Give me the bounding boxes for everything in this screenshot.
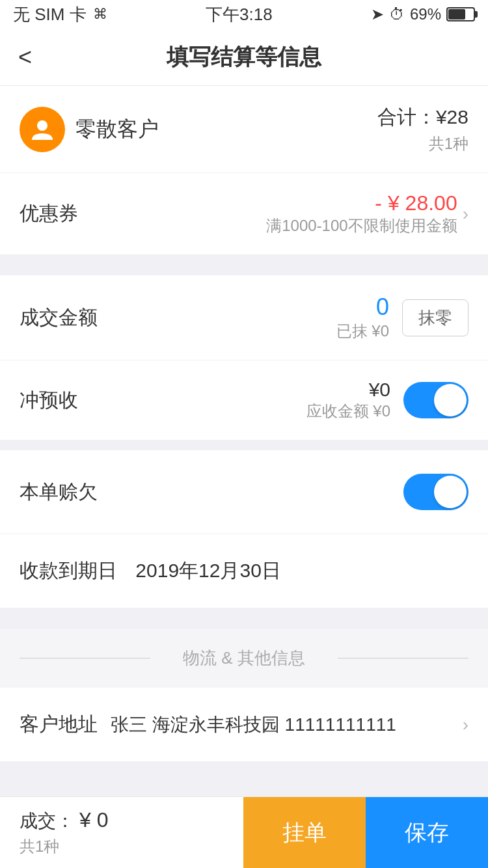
total-amount: 合计：¥28	[377, 104, 468, 131]
debit-row: 本单赊欠	[0, 450, 488, 534]
amount-section: 成交金额 0 已抹 ¥0 抹零 冲预收 ¥0 应收金额 ¥0	[0, 275, 488, 440]
save-button[interactable]: 保存	[366, 797, 488, 869]
status-left: 无 SIM 卡 ⌘	[13, 3, 107, 26]
total-count: 共1种	[377, 133, 468, 154]
round-zero-sub: 已抹 ¥0	[336, 321, 389, 342]
section-divider-1	[0, 265, 488, 275]
hang-button[interactable]: 挂单	[243, 797, 366, 869]
address-row[interactable]: 客户地址 张三 海淀永丰科技园 11111111111 ›	[0, 688, 488, 761]
section-divider-3	[0, 618, 488, 629]
prepayment-amount: ¥0	[306, 379, 390, 401]
page-title: 填写结算等信息	[167, 42, 321, 72]
location-icon: ➤	[371, 5, 384, 23]
transaction-right: 0 已抹 ¥0 抹零	[336, 293, 468, 342]
due-date-label: 收款到期日	[20, 560, 117, 581]
logistics-label: 物流 & 其他信息	[0, 647, 488, 670]
amount-sub: 0 已抹 ¥0	[336, 293, 389, 342]
status-time: 下午3:18	[206, 3, 273, 26]
prepayment-sub: ¥0 应收金额 ¥0	[306, 379, 390, 422]
avatar	[20, 107, 65, 152]
transaction-label: 成交金额	[20, 305, 98, 331]
carrier-label: 无 SIM 卡	[13, 3, 87, 26]
bottom-deal-row: 成交： ¥ 0	[20, 808, 243, 834]
bottom-bar: 成交： ¥ 0 共1种 挂单 保存	[0, 796, 488, 868]
coupon-label: 优惠券	[20, 200, 78, 227]
status-right: ➤ ⏱ 69%	[371, 5, 475, 23]
nav-bar: < 填写结算等信息	[0, 29, 488, 86]
back-button[interactable]: <	[18, 44, 32, 71]
address-chevron-icon: ›	[463, 714, 468, 735]
deal-label: 成交：	[20, 809, 74, 834]
bottom-deal-info: 成交： ¥ 0 共1种	[0, 808, 243, 857]
address-label: 客户地址	[20, 711, 98, 738]
battery-icon	[446, 7, 475, 21]
toggle-knob	[434, 384, 467, 416]
chevron-right-icon: ›	[463, 204, 468, 224]
address-section: 客户地址 张三 海淀永丰科技园 11111111111 ›	[0, 688, 488, 761]
status-bar: 无 SIM 卡 ⌘ 下午3:18 ➤ ⏱ 69%	[0, 0, 488, 29]
customer-total: 合计：¥28 共1种	[377, 104, 468, 154]
round-zero-button[interactable]: 抹零	[402, 299, 468, 336]
coupon-row[interactable]: 优惠券 - ¥ 28.00 满1000-100不限制使用金额 ›	[0, 172, 488, 254]
coupon-value: - ¥ 28.00	[266, 191, 457, 215]
transaction-input[interactable]: 0	[336, 293, 389, 321]
prepayment-toggle[interactable]	[403, 382, 468, 418]
prepayment-row: 冲预收 ¥0 应收金额 ¥0	[0, 360, 488, 440]
debit-toggle[interactable]	[403, 474, 468, 510]
debit-label: 本单赊欠	[20, 479, 98, 506]
alarm-icon: ⏱	[389, 5, 405, 23]
prepayment-sub-text: 应收金额 ¥0	[306, 401, 390, 422]
address-value: 张三 海淀永丰科技园 11111111111	[111, 712, 463, 737]
coupon-right: - ¥ 28.00 满1000-100不限制使用金额 ›	[266, 191, 468, 236]
debit-toggle-knob	[434, 476, 467, 508]
section-divider-2	[0, 440, 488, 450]
customer-row: 零散客户 合计：¥28 共1种	[0, 86, 488, 172]
bottom-count: 共1种	[20, 836, 243, 857]
transaction-amount-row: 成交金额 0 已抹 ¥0 抹零	[0, 275, 488, 360]
prepayment-label: 冲预收	[20, 387, 78, 414]
debit-section: 本单赊欠 收款到期日 2019年12月30日	[0, 450, 488, 608]
wifi-icon: ⌘	[93, 6, 107, 23]
prepayment-right: ¥0 应收金额 ¥0	[306, 379, 468, 422]
svg-point-0	[37, 120, 47, 131]
due-date-value: 2019年12月30日	[135, 560, 280, 581]
coupon-details: - ¥ 28.00 满1000-100不限制使用金额	[266, 191, 457, 236]
coupon-desc: 满1000-100不限制使用金额	[266, 215, 457, 236]
customer-section: 零散客户 合计：¥28 共1种 优惠券 - ¥ 28.00 满1000-100不…	[0, 86, 488, 254]
due-date-row: 收款到期日 2019年12月30日	[0, 534, 488, 608]
deal-amount: ¥ 0	[79, 808, 108, 832]
customer-info: 零散客户	[20, 107, 159, 152]
logistics-section: 物流 & 其他信息	[0, 629, 488, 688]
customer-name: 零散客户	[75, 115, 159, 144]
battery-label: 69%	[410, 5, 441, 23]
